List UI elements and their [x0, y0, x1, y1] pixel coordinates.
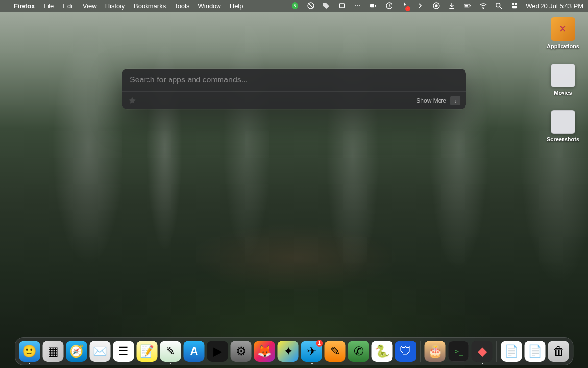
status-controlcenter-icon[interactable] [510, 1, 519, 10]
status-battery-icon[interactable] [463, 1, 472, 10]
status-wifi-icon[interactable] [479, 1, 488, 10]
status-rocket-icon[interactable] [400, 1, 409, 10]
desktop-icon-applications[interactable]: Applications [547, 17, 579, 49]
status-timemachine-icon[interactable] [385, 1, 393, 10]
svg-rect-17 [515, 3, 517, 5]
dock-app-doc1[interactable]: 📄 [501, 341, 522, 362]
svg-point-5 [359, 5, 360, 6]
dock-app-bitwarden[interactable]: 🛡 [395, 341, 416, 362]
svg-rect-16 [512, 3, 514, 5]
app-menu[interactable]: Firefox [14, 2, 35, 10]
svg-rect-2 [340, 4, 345, 8]
dock-app-reminders[interactable]: ☰ [113, 341, 134, 362]
dock-app-telegram[interactable]: ✈1 [301, 341, 322, 362]
status-screenshot-icon[interactable] [338, 1, 346, 10]
menu-history[interactable]: History [105, 2, 125, 10]
svg-line-1 [309, 3, 313, 8]
status-record-icon[interactable] [432, 1, 441, 10]
menubar-datetime[interactable]: Wed 20 Jul 5:43 PM [526, 2, 583, 10]
dock-app-whatsapp[interactable]: ✆ [348, 341, 369, 362]
dock-app-cake[interactable]: 🎂 [425, 341, 446, 362]
menu-bookmarks[interactable]: Bookmarks [134, 2, 166, 10]
status-tag-icon[interactable] [322, 1, 331, 10]
dock-separator [497, 341, 497, 362]
desktop-icon-label: Applications [547, 43, 579, 49]
status-video-icon[interactable] [369, 1, 378, 10]
status-spotlight-icon[interactable] [494, 1, 503, 10]
desktop-icon-label: Screenshots [547, 136, 579, 142]
dock-app-freeform[interactable]: ✎ [160, 341, 181, 362]
svg-point-13 [483, 8, 484, 9]
dock-app-mail[interactable]: ✉️ [90, 341, 111, 362]
dock-app-trash[interactable]: 🗑 [548, 341, 569, 362]
status-n-badge[interactable]: N [291, 1, 299, 10]
dock-app-terminal[interactable]: >_ [448, 341, 469, 362]
dock-app-remote[interactable]: ▶ [207, 341, 228, 362]
dock-app-settings[interactable]: ⚙ [231, 341, 252, 362]
dock-separator [420, 341, 421, 362]
svg-rect-18 [512, 6, 517, 9]
dock-app-launchpad[interactable]: ▦ [43, 341, 64, 362]
desktop-icon-label: Movies [554, 90, 572, 96]
dock-app-python[interactable]: 🐍 [372, 341, 393, 362]
key-hint-down: ↓ [450, 96, 460, 105]
dock-app-firefox[interactable]: 🦊 [254, 341, 275, 362]
menu-tools[interactable]: Tools [174, 2, 189, 10]
dock: 🙂▦🧭✉️☰📝✎A▶⚙🦊✦✈1✎✆🐍🛡 🎂>_◆ 📄📄🗑 [15, 337, 574, 365]
movies-folder-icon [551, 64, 575, 87]
menu-view[interactable]: View [83, 2, 97, 10]
dock-app-pages[interactable]: ✎ [325, 341, 346, 362]
dock-app-appstore[interactable]: A [184, 341, 205, 362]
status-nosign-icon[interactable] [306, 1, 315, 10]
menubar: Firefox File Edit View History Bookmarks… [0, 0, 588, 12]
dock-app-notes[interactable]: 📝 [137, 341, 158, 362]
search-input[interactable] [130, 76, 458, 84]
search-window: Show More ↓ [122, 69, 466, 109]
show-more-button[interactable]: Show More [416, 97, 446, 104]
dock-app-tools[interactable]: ✦ [278, 341, 299, 362]
notification-badge: 1 [316, 340, 323, 347]
svg-rect-12 [470, 5, 471, 6]
applications-folder-icon [551, 17, 575, 41]
desktop-icon-screenshots[interactable]: Screenshots [547, 110, 579, 142]
menu-file[interactable]: File [44, 2, 54, 10]
svg-rect-11 [465, 5, 468, 6]
menu-help[interactable]: Help [230, 2, 243, 10]
dock-app-finder[interactable]: 🙂 [19, 341, 40, 362]
svg-rect-6 [370, 4, 374, 8]
status-chevron-icon[interactable] [416, 1, 425, 10]
screenshots-folder-icon [551, 110, 575, 134]
svg-point-14 [496, 3, 500, 7]
svg-line-15 [500, 7, 502, 9]
menu-window[interactable]: Window [198, 2, 221, 10]
svg-point-4 [357, 5, 358, 6]
desktop-wallpaper [0, 0, 588, 368]
menu-edit[interactable]: Edit [63, 2, 74, 10]
status-download-icon[interactable] [447, 1, 456, 10]
status-dots-icon[interactable] [353, 1, 362, 10]
dock-app-doc2[interactable]: 📄 [525, 341, 546, 362]
desktop-icon-movies[interactable]: Movies [547, 64, 579, 96]
dock-app-raycast[interactable]: ◆ [472, 341, 493, 362]
dock-app-safari[interactable]: 🧭 [66, 341, 87, 362]
svg-point-9 [435, 5, 437, 7]
desktop-icons: Applications Movies Screenshots [547, 17, 579, 142]
raycast-footer-icon [128, 96, 137, 105]
svg-point-3 [355, 5, 356, 6]
